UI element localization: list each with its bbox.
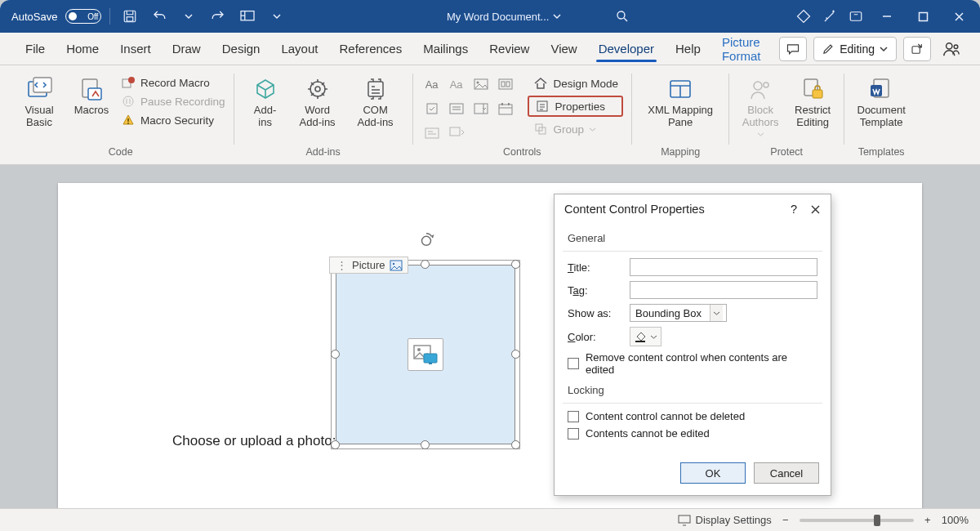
account-button[interactable]	[938, 37, 965, 61]
resize-handle[interactable]	[331, 440, 340, 449]
share-button[interactable]	[903, 37, 931, 61]
building-block-control-icon[interactable]	[495, 74, 516, 95]
tab-mailings[interactable]: Mailings	[412, 33, 479, 65]
design-mode-button[interactable]: Design Mode	[528, 74, 624, 93]
cancel-button[interactable]: Cancel	[754, 462, 819, 484]
tab-design[interactable]: Design	[212, 33, 271, 65]
resize-handle[interactable]	[421, 440, 430, 449]
dialog-help-button[interactable]: ?	[791, 203, 797, 216]
tag-field[interactable]	[630, 281, 817, 299]
dropdown-control-icon[interactable]	[470, 98, 492, 119]
plain-text-control-icon[interactable]: Aa	[446, 74, 467, 95]
group-label-addins: Add-ins	[243, 146, 404, 163]
svg-point-37	[754, 82, 762, 90]
dialog-titlebar: Content Control Properties ?	[555, 194, 831, 224]
zoom-out-button[interactable]: −	[780, 514, 791, 526]
chevron-down-icon	[710, 305, 723, 321]
ok-button[interactable]: OK	[680, 462, 746, 484]
content-control-tag[interactable]: ⋮ Picture	[329, 257, 408, 274]
rich-text-control-icon[interactable]: Aa	[421, 74, 443, 95]
resize-handle[interactable]	[331, 350, 340, 359]
group-label-protect: Protect	[737, 146, 835, 163]
remove-on-edit-checkbox[interactable]: Remove content control when contents are…	[568, 351, 817, 376]
tab-review[interactable]: Review	[479, 33, 540, 65]
title-field-label: Title:	[568, 261, 620, 274]
com-addins-button[interactable]: COM Add-ins	[347, 74, 404, 129]
show-as-dropdown[interactable]: Bounding Box	[630, 304, 727, 322]
editing-mode-button[interactable]: Editing	[813, 37, 897, 61]
tab-insert[interactable]: Insert	[109, 33, 162, 65]
tab-help[interactable]: Help	[665, 33, 711, 65]
svg-point-38	[764, 83, 768, 87]
repeating-section-control-icon[interactable]	[421, 123, 443, 144]
tab-picture-format[interactable]: Picture Format	[711, 33, 779, 65]
svg-rect-49	[429, 363, 432, 364]
tab-developer[interactable]: Developer	[588, 33, 665, 65]
rotate-handle-icon[interactable]	[417, 230, 434, 247]
zoom-slider[interactable]	[800, 519, 914, 522]
resize-handle[interactable]	[511, 260, 520, 269]
wand-icon[interactable]	[818, 5, 841, 28]
comments-button[interactable]	[779, 37, 807, 61]
properties-button[interactable]: Properties	[528, 96, 624, 117]
document-template-button[interactable]: Document Template	[853, 74, 910, 129]
minimize-button[interactable]	[871, 5, 903, 28]
document-title[interactable]: My Word Document...	[447, 11, 562, 23]
diamond-icon[interactable]	[792, 5, 815, 28]
maximize-button[interactable]	[906, 5, 939, 28]
chevron-down-icon	[589, 126, 596, 133]
record-macro-button[interactable]: Record Macro	[121, 75, 225, 90]
visual-basic-button[interactable]: Visual Basic	[16, 74, 62, 129]
word-addins-button[interactable]: Word Add-ins	[295, 74, 341, 129]
color-picker[interactable]	[630, 327, 662, 346]
picture-placeholder[interactable]	[336, 265, 515, 444]
tab-draw[interactable]: Draw	[162, 33, 212, 65]
tab-home[interactable]: Home	[56, 33, 109, 65]
addins-icon	[252, 75, 279, 103]
slider-thumb-icon[interactable]	[874, 515, 880, 526]
undo-icon[interactable]	[148, 5, 171, 28]
resize-handle[interactable]	[511, 350, 520, 359]
macro-security-button[interactable]: Macro Security	[121, 113, 225, 127]
group-protect: Block Authors Restrict Editing Protect	[729, 69, 844, 163]
dialog-close-button[interactable]	[810, 204, 821, 215]
cannot-edit-checkbox[interactable]: Contents cannot be edited	[568, 427, 817, 440]
redo-icon[interactable]	[207, 5, 229, 28]
checkbox-control-icon[interactable]	[421, 98, 443, 119]
insert-picture-icon[interactable]	[408, 338, 443, 371]
close-button[interactable]	[942, 5, 975, 28]
tab-file[interactable]: File	[15, 33, 56, 65]
title-field[interactable]	[630, 258, 817, 276]
display-settings-button[interactable]: Display Settings	[678, 514, 772, 526]
zoom-in-button[interactable]: +	[922, 514, 933, 526]
tab-references[interactable]: References	[328, 33, 412, 65]
combobox-control-icon[interactable]	[446, 98, 467, 119]
cannot-delete-checkbox[interactable]: Content control cannot be deleted	[568, 410, 817, 422]
autosave-toggle[interactable]: Off	[65, 9, 101, 24]
xml-mapping-pane-button[interactable]: XML Mapping Pane	[640, 74, 720, 129]
qat-icon[interactable]	[236, 5, 259, 28]
macros-button[interactable]: Macros	[69, 74, 114, 117]
editing-mode-label: Editing	[840, 42, 875, 56]
picture-control-icon[interactable]	[470, 74, 492, 95]
save-icon[interactable]	[118, 5, 141, 28]
date-picker-control-icon[interactable]	[495, 98, 516, 119]
chevron-down-icon[interactable]	[177, 5, 200, 28]
legacy-tools-icon[interactable]	[446, 123, 467, 144]
search-icon[interactable]	[611, 5, 634, 28]
addins-button[interactable]: Add- ins	[243, 74, 288, 129]
pause-recording-label: Pause Recording	[140, 96, 225, 108]
zoom-percent[interactable]: 100%	[942, 514, 969, 526]
svg-point-45	[393, 262, 394, 264]
resize-handle[interactable]	[421, 260, 430, 269]
document-page[interactable]: Choose or upload a photo: ⋮ Picture	[58, 183, 922, 508]
tab-view[interactable]: View	[540, 33, 587, 65]
picture-content-control[interactable]: ⋮ Picture	[336, 265, 515, 444]
cannot-delete-label: Content control cannot be deleted	[586, 410, 745, 422]
restrict-editing-button[interactable]: Restrict Editing	[790, 74, 835, 129]
tab-layout[interactable]: Layout	[270, 33, 328, 65]
resize-handle[interactable]	[511, 440, 520, 449]
app-icon[interactable]	[844, 5, 867, 28]
svg-rect-0	[125, 11, 136, 22]
chevron-down-icon[interactable]	[265, 5, 288, 28]
